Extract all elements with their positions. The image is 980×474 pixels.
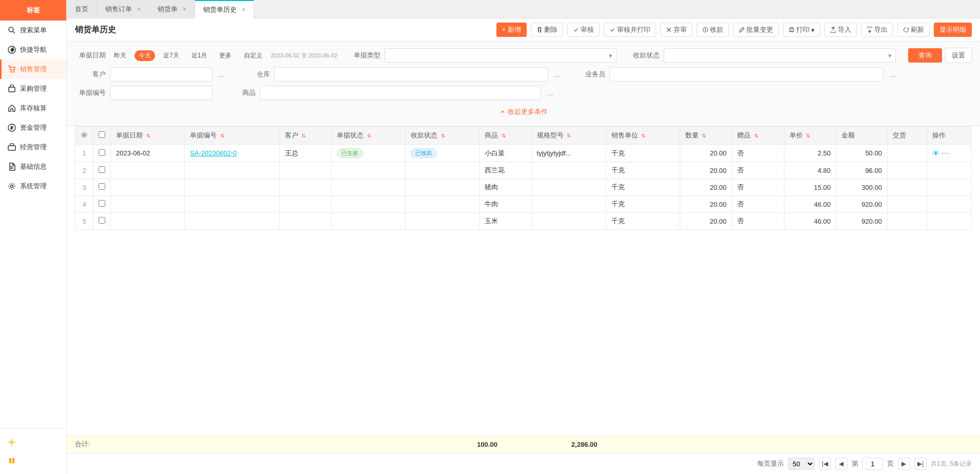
customer-input[interactable] xyxy=(110,67,213,82)
row-doc-no[interactable]: SA-20230602-0 xyxy=(185,145,279,162)
date-option-more[interactable]: 更多 xyxy=(215,50,236,61)
last-page-button[interactable]: ▶| xyxy=(914,458,927,470)
row-checkbox[interactable] xyxy=(99,200,105,207)
row-doc-no[interactable] xyxy=(185,196,279,213)
date-option-1month[interactable]: 近1月 xyxy=(187,50,212,61)
print-button[interactable]: 打印 ▾ xyxy=(783,23,820,37)
column-quantity[interactable]: 数量 ⇅ xyxy=(680,127,732,145)
product-input[interactable] xyxy=(260,86,541,100)
row-checkbox-cell[interactable] xyxy=(93,145,111,162)
page-size-select[interactable]: 50 100 xyxy=(788,458,815,470)
column-doc-date[interactable]: 单据日期 ⇅ xyxy=(111,127,185,145)
column-unit[interactable]: 销售单位 ⇅ xyxy=(606,127,680,145)
sidebar-item-purchase-mgmt[interactable]: 采购管理 xyxy=(0,79,66,98)
column-receive-status[interactable]: 收款状态 ⇅ xyxy=(406,127,479,145)
import-button[interactable]: 导入 xyxy=(824,23,857,37)
customer-dots-button[interactable]: ... xyxy=(217,70,227,78)
row-action xyxy=(927,196,972,213)
tab-sales-history-close[interactable]: × xyxy=(242,6,245,13)
receive-button[interactable]: 收款 xyxy=(697,23,729,37)
row-checkbox-cell[interactable] xyxy=(93,179,111,196)
row-checkbox[interactable] xyxy=(99,183,105,190)
column-checkbox[interactable] xyxy=(93,127,111,145)
date-option-7days[interactable]: 近7天 xyxy=(159,50,183,61)
column-spec[interactable]: 规格型号 ⇅ xyxy=(531,127,606,145)
export-button[interactable]: 导出 xyxy=(861,23,893,37)
date-option-yesterday[interactable]: 昨天 xyxy=(110,50,130,61)
doc-type-select[interactable] xyxy=(385,48,617,63)
column-doc-status[interactable]: 单据状态 ⇅ xyxy=(331,127,405,145)
pagination-bar: 每页显示 50 100 |◀ ◀ 第 页 ▶ ▶| 共1页, 5条记录 xyxy=(67,453,980,474)
column-gear[interactable] xyxy=(75,127,93,145)
sidebar-bottom-settings[interactable] xyxy=(0,433,66,451)
collapse-filter-button[interactable]: 收起更多条件 xyxy=(499,104,548,120)
row-checkbox[interactable] xyxy=(99,166,105,173)
next-page-button[interactable]: ▶ xyxy=(898,458,910,470)
date-option-today[interactable]: 今天 xyxy=(134,50,155,61)
audit-button[interactable]: 审核 xyxy=(567,23,600,37)
receive-status-select[interactable] xyxy=(664,48,896,63)
row-checkbox[interactable] xyxy=(99,149,105,156)
audit-print-button[interactable]: 审核并打印 xyxy=(604,23,656,37)
first-page-button[interactable]: |◀ xyxy=(819,458,831,470)
date-option-custom[interactable]: 自定义 xyxy=(240,50,266,61)
svg-rect-8 xyxy=(8,146,15,150)
row-unit: 千克 xyxy=(606,213,680,230)
salesperson-dots-button[interactable]: ... xyxy=(888,70,898,78)
salesperson-input[interactable] xyxy=(609,67,883,82)
sidebar-item-quick-nav[interactable]: 快捷导航 xyxy=(0,40,66,60)
row-product: 西兰花 xyxy=(479,162,531,179)
row-doc-no[interactable] xyxy=(185,179,279,196)
refresh-button[interactable]: 刷新 xyxy=(897,23,930,37)
tab-home[interactable]: 首页 xyxy=(67,0,97,18)
batch-change-button[interactable]: 批量变更 xyxy=(733,23,779,37)
query-button[interactable]: 查询 xyxy=(908,48,942,63)
setting-button[interactable]: 设置 xyxy=(945,48,972,63)
sidebar-bottom-pause[interactable] xyxy=(0,451,66,470)
column-unit-price[interactable]: 单价 ⇅ xyxy=(784,127,836,145)
sidebar-item-finance-mgmt[interactable]: 资金管理 xyxy=(0,118,66,137)
table-row: 3 猪肉 千克 20.00 否 15.00 300.00 xyxy=(75,179,972,196)
show-detail-button[interactable]: 显示明细 xyxy=(934,23,972,37)
column-doc-no[interactable]: 单据编号 ⇅ xyxy=(185,127,279,145)
tab-sales-history[interactable]: 销货单历史 × xyxy=(195,0,254,18)
column-gift[interactable]: 赠品 ⇅ xyxy=(732,127,784,145)
row-spec: tyjytjytyjdf... xyxy=(531,145,606,162)
trash-icon xyxy=(536,27,543,33)
sidebar-item-ops-mgmt[interactable]: 经营管理 xyxy=(0,137,66,157)
delete-button[interactable]: 删除 xyxy=(531,23,563,37)
total-amount: 2,286.00 xyxy=(571,441,598,448)
row-checkbox-cell[interactable] xyxy=(93,196,111,213)
row-doc-no[interactable] xyxy=(185,162,279,179)
abandon-button[interactable]: 弃审 xyxy=(660,23,693,37)
select-all-checkbox[interactable] xyxy=(99,131,105,138)
tab-sales-delivery-close[interactable]: × xyxy=(183,6,186,13)
sidebar-item-base-info[interactable]: 基础信息 xyxy=(0,157,66,176)
gift-sort-icon: ⇅ xyxy=(754,133,758,139)
column-product[interactable]: 商品 ⇅ xyxy=(479,127,531,145)
column-customer[interactable]: 客户 ⇅ xyxy=(279,127,331,145)
tab-sales-order[interactable]: 销售订单 × xyxy=(97,0,149,18)
prev-page-button[interactable]: ◀ xyxy=(835,458,848,470)
column-action: 操作 xyxy=(927,127,972,145)
product-dots-button[interactable]: ... xyxy=(545,89,555,97)
tab-sales-delivery[interactable]: 销货单 × xyxy=(149,0,195,18)
more-action-button[interactable]: ⋯ xyxy=(941,149,949,157)
row-num-cell: 5 xyxy=(75,213,93,230)
row-checkbox-cell[interactable] xyxy=(93,162,111,179)
row-spec xyxy=(531,196,606,213)
row-checkbox[interactable] xyxy=(99,217,105,224)
sidebar-item-sales-mgmt[interactable]: 销售管理 xyxy=(0,60,66,79)
warehouse-dots-button[interactable]: ... xyxy=(552,70,563,78)
sidebar-item-sys-mgmt[interactable]: 系统管理 xyxy=(0,176,66,196)
add-button[interactable]: + 新增 xyxy=(496,23,527,37)
view-action-button[interactable]: 👁 xyxy=(932,149,939,157)
doc-no-input[interactable] xyxy=(110,86,213,100)
warehouse-input[interactable] xyxy=(274,67,548,82)
page-number-input[interactable] xyxy=(862,458,883,470)
sidebar-item-search-menu[interactable]: 搜索菜单 xyxy=(0,21,66,40)
sidebar-item-inventory[interactable]: 库存核算 xyxy=(0,98,66,118)
tab-sales-order-close[interactable]: × xyxy=(137,6,141,13)
row-checkbox-cell[interactable] xyxy=(93,213,111,230)
row-doc-no[interactable] xyxy=(185,213,279,230)
